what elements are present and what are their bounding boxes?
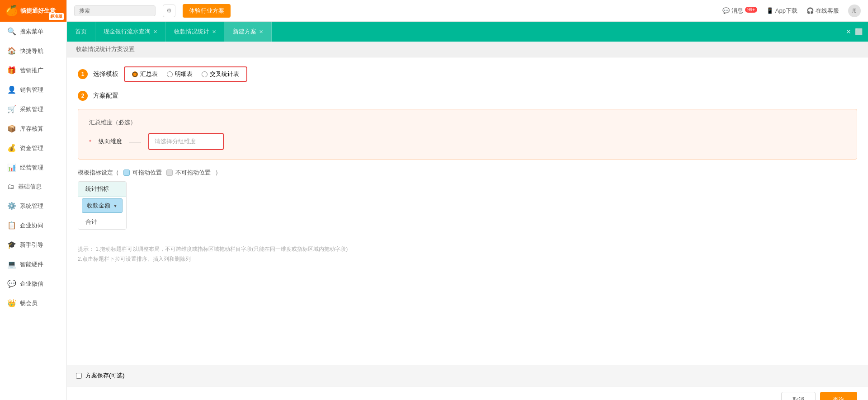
download-label: App下载 [775, 7, 797, 15]
sidebar-item-label: 营销推广 [20, 66, 43, 75]
step1-title: 选择模板 [93, 70, 118, 78]
download-icon: 📱 [766, 7, 774, 14]
sidebar-item-search[interactable]: 🔍 搜索菜单 [0, 22, 66, 41]
sidebar-item-hardware[interactable]: 💻 智能硬件 [0, 254, 66, 274]
sidebar-item-basic[interactable]: 🗂 基础信息 [0, 177, 66, 196]
tab-cash[interactable]: 现金银行流水查询 ✕ [95, 22, 166, 42]
notification-button[interactable]: 💬 消息 99+ [722, 7, 757, 15]
fixed-dot [166, 169, 173, 176]
page-title: 收款情况统计方案设置 [76, 46, 135, 52]
step1-section: 1 选择模板 汇总表 明细表 交叉统计表 [78, 66, 857, 82]
movable-dot [123, 169, 130, 176]
gift-icon: 🎁 [7, 66, 16, 75]
indicator-subtag-total: 合计 [78, 215, 126, 229]
save-checkbox[interactable] [76, 373, 82, 379]
template-radio-group: 汇总表 明细表 交叉统计表 [124, 66, 247, 82]
sidebar-item-inventory[interactable]: 📦 库存核算 [0, 119, 66, 138]
tab-cash-label: 现金银行流水查询 [104, 28, 151, 36]
sidebar-item-nav[interactable]: 🏠 快捷导航 [0, 41, 66, 61]
search-icon: 🔍 [7, 27, 16, 36]
logo-badge: 标准版 [49, 13, 64, 20]
dimension-block: 汇总维度（必选） * 纵向维度 —— 请选择分组维度 [78, 109, 857, 160]
sidebar-item-label: 销售管理 [20, 86, 43, 94]
content-area: 收款情况统计方案设置 1 选择模板 汇总表 明细表 [67, 42, 868, 400]
service-label: 在线客服 [816, 7, 839, 15]
sidebar-item-label: 经营管理 [20, 164, 43, 172]
dim-placeholder: 请选择分组维度 [155, 138, 196, 145]
sidebar-item-guide[interactable]: 🎓 新手引导 [0, 235, 66, 254]
query-button[interactable]: 查询 [820, 392, 857, 400]
tip-text-2: 2.点击标题栏下拉可设置排序、插入列和删除列 [78, 254, 191, 264]
user-icon: 👤 [7, 85, 16, 94]
step2-header: 2 方案配置 [78, 91, 857, 101]
money-icon: 💰 [7, 144, 16, 152]
user-avatar[interactable]: 用 [848, 5, 861, 17]
indicator-header: 模板指标设定（ 可拖动位置 不可拖动位置 ） [78, 169, 857, 177]
tip-text-1: 提示： 1.拖动标题栏可以调整布局，不可跨维度或指标区域拖动栏目字段(只能在同一… [78, 245, 348, 254]
sidebar-item-label: 搜索菜单 [20, 28, 43, 36]
sidebar-item-label: 企业协同 [20, 221, 43, 230]
radio-summary-input[interactable] [132, 71, 138, 77]
gear-icon: ⚙️ [7, 202, 16, 210]
radio-cross[interactable]: 交叉统计表 [202, 70, 239, 78]
required-star: * [89, 138, 91, 145]
legend-movable: 可拖动位置 [123, 169, 162, 177]
step2-badge: 2 [78, 91, 88, 101]
sidebar-item-label: 采购管理 [20, 105, 43, 113]
sidebar-item-label: 企业微信 [20, 280, 43, 288]
folder-icon: 🗂 [7, 183, 14, 191]
tab-cash-close[interactable]: ✕ [153, 29, 157, 35]
step2-title: 方案配置 [93, 92, 118, 100]
sidebar-item-sales[interactable]: 👤 销售管理 [0, 80, 66, 99]
sidebar-item-purchase[interactable]: 🛒 采购管理 [0, 99, 66, 119]
tab-collection[interactable]: 收款情况统计 ✕ [166, 22, 225, 42]
tip-line-1: 提示： 1.拖动标题栏可以调整布局，不可跨维度或指标区域拖动栏目字段(只能在同一… [78, 245, 857, 254]
tip-line-2: 2.点击标题栏下拉可设置排序、插入列和删除列 [78, 254, 857, 264]
top-header: ⚙ 体验行业方案 💬 消息 99+ 📱 App下载 🎧 在线客服 用 [67, 0, 868, 22]
wechat-icon: 💬 [7, 279, 16, 288]
search-input[interactable] [74, 5, 156, 16]
tab-collection-label: 收款情况统计 [174, 28, 209, 36]
radio-detail-input[interactable] [167, 71, 173, 77]
industry-button[interactable]: 体验行业方案 [183, 4, 231, 18]
sidebar-item-wechat[interactable]: 💬 企业微信 [0, 274, 66, 293]
save-label: 方案保存(可选) [85, 372, 125, 380]
online-service-button[interactable]: 🎧 在线客服 [807, 7, 839, 15]
radio-summary-label: 汇总表 [140, 70, 158, 78]
tab-home[interactable]: 首页 [67, 22, 95, 42]
chart-icon: 📊 [7, 163, 16, 172]
radio-detail[interactable]: 明细表 [167, 70, 193, 78]
vip-icon: 👑 [7, 299, 16, 307]
app-download-button[interactable]: 📱 App下载 [766, 7, 797, 15]
sidebar-item-collab[interactable]: 📋 企业协同 [0, 216, 66, 235]
step1-badge: 1 [78, 69, 88, 79]
sidebar-item-marketing[interactable]: 🎁 营销推广 [0, 61, 66, 80]
indicator-tag-amount[interactable]: 收款金额 ▼ [82, 198, 123, 213]
service-icon: 🎧 [807, 7, 814, 14]
fixed-label: 不可拖动位置 [175, 169, 211, 177]
tab-home-label: 首页 [75, 28, 87, 36]
dim-select-box[interactable]: 请选择分组维度 [148, 133, 224, 150]
close-paren: ） [215, 169, 221, 177]
sidebar-item-label: 基础信息 [18, 183, 42, 191]
radio-cross-label: 交叉统计表 [210, 70, 239, 78]
dim-arrow: —— [129, 138, 141, 145]
radio-summary[interactable]: 汇总表 [132, 70, 158, 78]
sidebar-item-system[interactable]: ⚙️ 系统管理 [0, 196, 66, 216]
notif-label: 消息 [731, 7, 743, 15]
sidebar-item-finance[interactable]: 💰 资金管理 [0, 138, 66, 158]
tab-new-plan[interactable]: 新建方案 ✕ [225, 22, 272, 42]
sidebar-item-management[interactable]: 📊 经营管理 [0, 158, 66, 177]
settings-button[interactable]: ⚙ [163, 5, 175, 17]
tab-new-plan-close[interactable]: ✕ [259, 29, 263, 35]
sidebar-item-vip[interactable]: 👑 畅会员 [0, 293, 66, 313]
cart-icon: 🛒 [7, 105, 16, 113]
indicator-table-header: 统计指标 [78, 182, 126, 197]
cancel-button[interactable]: 取消 [781, 392, 816, 400]
sidebar-item-label: 资金管理 [20, 144, 43, 152]
tab-collection-close[interactable]: ✕ [212, 29, 216, 35]
radio-cross-input[interactable] [202, 71, 208, 77]
maximize-icon[interactable]: ⬜ [855, 28, 863, 35]
indicator-label: 模板指标设定（ [78, 169, 119, 177]
close-all-icon[interactable]: ✕ [846, 28, 851, 35]
